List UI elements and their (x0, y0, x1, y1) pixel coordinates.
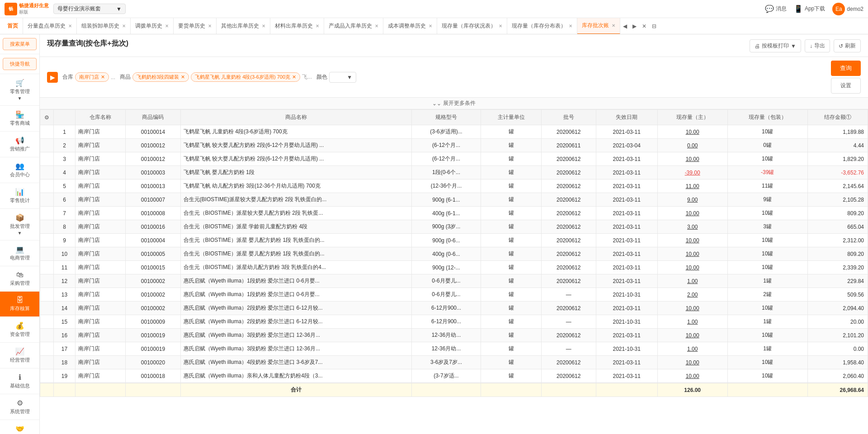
sidebar-item-finance[interactable]: 💰 资金管理 (0, 317, 39, 343)
cell-stock-main[interactable]: 3.00 (657, 220, 727, 234)
warehouse-tag-close-0[interactable]: ✕ (101, 74, 105, 80)
export-btn[interactable]: ↓ 导出 (805, 39, 830, 52)
search-menu-btn[interactable]: 搜索菜单 (3, 38, 37, 50)
tab-7[interactable]: 产成品入库单历史 ✕ (324, 18, 383, 34)
product-tag-close-0[interactable]: ✕ (181, 74, 185, 80)
cell-stock-main[interactable]: 1.00 (657, 315, 727, 329)
cell-code: 00100008 (126, 207, 180, 220)
tab-2[interactable]: 组装拆卸单历史 ✕ (77, 18, 131, 34)
template-print-btn[interactable]: 🖨 按模板打印 ▼ (750, 39, 801, 52)
tab-1[interactable]: 分量盘点单历史 ✕ (23, 18, 77, 34)
cell-num: 17 (54, 342, 75, 356)
refresh-btn[interactable]: ↺ 刷新 (834, 39, 861, 52)
cell-stock-main[interactable]: 10.00 (657, 302, 727, 315)
cell-stock-main[interactable]: 10.00 (657, 125, 727, 139)
cell-amount: 1,189.88 (807, 125, 868, 139)
sidebar-item-collab[interactable]: 🤝 企业协同 (0, 420, 39, 434)
cell-stock-main[interactable]: 2.00 (657, 288, 727, 302)
cell-stock-main[interactable]: 11.00 (657, 179, 727, 193)
tab-close-all-btn[interactable]: ✕ (639, 18, 649, 34)
color-dropdown[interactable]: ▼ (329, 72, 356, 83)
tab-close-9[interactable]: ✕ (499, 24, 502, 28)
tab-close-1[interactable]: ✕ (68, 24, 72, 28)
product-tag-close-1[interactable]: ✕ (292, 74, 296, 80)
sidebar-item-ops[interactable]: 📈 经营管理 (0, 343, 39, 368)
warehouse-more-dots[interactable]: ... (111, 74, 115, 80)
cell-stock-main[interactable]: 0.00 (657, 139, 727, 152)
cell-num: 10 (54, 247, 75, 261)
tab-9[interactable]: 现存量（库存状况表） ✕ (437, 18, 507, 34)
cell-stock-main[interactable]: 10.00 (657, 261, 727, 274)
cell-expire: 2021-03-11 (596, 193, 657, 207)
cell-spec: 1段(0-6个... (411, 166, 481, 179)
avatar: Ea (832, 3, 845, 15)
cell-stock-main[interactable]: 10.00 (657, 152, 727, 166)
cell-stock-main[interactable]: 10.00 (657, 234, 727, 247)
quick-nav-btn[interactable]: 快捷导航 (3, 58, 37, 70)
sidebar-item-retail-mgmt[interactable]: 🛒 零售管理 ▼ (0, 74, 39, 106)
message-btn[interactable]: 💬 消息 (765, 5, 787, 13)
user-avatar-btn[interactable]: Ea demo2 (832, 3, 863, 15)
cell-stock-pkg: -39罐 (727, 166, 807, 179)
cell-stock-main[interactable]: 10.00 (657, 369, 727, 383)
settings-btn[interactable]: 设置 (831, 78, 861, 94)
tab-close-7[interactable]: ✕ (375, 24, 378, 28)
sidebar-item-purchase[interactable]: 🛍 采购管理 (0, 266, 39, 292)
tab-close-10[interactable]: ✕ (569, 24, 572, 28)
cell-spec: 12-36月幼... (411, 342, 481, 356)
tab-3[interactable]: 调拨单历史 ✕ (131, 18, 174, 34)
cell-batch: 20200612 (541, 261, 596, 274)
cell-unit: 罐 (481, 179, 541, 193)
cell-stock-main[interactable]: 10.00 (657, 207, 727, 220)
cell-stock-main[interactable]: 10.00 (657, 329, 727, 342)
cell-stock-main[interactable]: 1.00 (657, 274, 727, 288)
sidebar-item-retail-stats[interactable]: 📊 零售统计 (0, 183, 39, 209)
sidebar-item-retail-mall[interactable]: 🏪 零售商城 (0, 106, 39, 132)
cell-stock-main[interactable]: 10.00 (657, 247, 727, 261)
ops-icon: 📈 (15, 347, 24, 356)
cell-code: 00100005 (126, 247, 180, 261)
org-selector[interactable]: 母婴行业演示账套 ▼ (53, 4, 126, 14)
col-warehouse: 仓库名称 (75, 110, 126, 125)
tab-11[interactable]: 库存批次账 ✕ (577, 18, 620, 34)
sidebar-item-inventory[interactable]: 🗄 库存核算 (0, 292, 39, 317)
tab-8[interactable]: 成本调整单历史 ✕ (383, 18, 437, 34)
tab-5[interactable]: 其他出库单历史 ✕ (217, 18, 270, 34)
expand-more-btn[interactable]: ⌄⌄ 展开更多条件 (432, 99, 476, 107)
tab-close-2[interactable]: ✕ (122, 24, 126, 28)
app-download-btn[interactable]: 📱 App下载 (794, 5, 825, 13)
tab-prev-btn[interactable]: ◀ (620, 18, 630, 34)
cell-warehouse: 南岸门店 (75, 207, 126, 220)
tab-6[interactable]: 材料出库单历史 ✕ (270, 18, 324, 34)
tab-close-3[interactable]: ✕ (165, 24, 169, 28)
sidebar-item-marketing[interactable]: 📢 营销推广 (0, 132, 39, 157)
cell-stock-main[interactable]: 9.00 (657, 193, 727, 207)
tab-close-5[interactable]: ✕ (262, 24, 265, 28)
tab-close-11[interactable]: ✕ (612, 23, 615, 28)
tab-close-6[interactable]: ✕ (316, 24, 319, 28)
tab-home[interactable]: 首页 (3, 18, 23, 34)
col-settings[interactable]: ⚙ (40, 110, 54, 125)
cell-stock-pkg: 1罐 (727, 315, 807, 329)
sidebar-item-member[interactable]: 👥 会员中心 (0, 157, 39, 183)
sidebar-item-system[interactable]: ⚙ 系统管理 (0, 394, 39, 420)
tab-4[interactable]: 要货单历史 ✕ (174, 18, 217, 34)
filter-expand-btn[interactable]: ▶ (47, 72, 58, 83)
cell-expire: 2021-03-11 (596, 220, 657, 234)
cell-name: 合生元（BIOSTIME）派星较大婴儿配方奶粉 2段 乳铁蛋... (180, 207, 411, 220)
cell-stock-main[interactable]: -39.00 (657, 166, 727, 179)
sidebar-item-ecommerce[interactable]: 💻 电商管理 (0, 241, 39, 266)
sidebar-item-base-info[interactable]: ℹ 基础信息 (0, 368, 39, 394)
cell-stock-main[interactable]: 1.00 (657, 342, 727, 356)
product-more-dots[interactable]: 飞... (302, 73, 312, 81)
tab-more-btn[interactable]: ⊟ (649, 18, 659, 34)
sidebar-item-wholesale[interactable]: 📦 批发管理 ▼ (0, 209, 39, 241)
tab-close-4[interactable]: ✕ (208, 24, 212, 28)
tab-close-8[interactable]: ✕ (429, 24, 432, 28)
query-btn[interactable]: 查询 (831, 61, 861, 76)
cell-stock-main[interactable]: 10.00 (657, 356, 727, 369)
tab-next-btn[interactable]: ▶ (630, 18, 639, 34)
cell-code: 00100019 (126, 329, 180, 342)
cell-settings (40, 247, 54, 261)
tab-10[interactable]: 现存量（库存分布表） ✕ (507, 18, 577, 34)
